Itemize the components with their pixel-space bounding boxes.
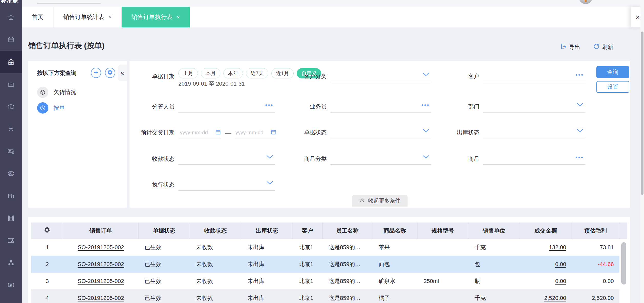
cell-amount: 0.00 xyxy=(520,256,572,272)
cell-employee: 这是859的… xyxy=(323,290,372,303)
table-header-cell[interactable]: 收款状态 xyxy=(190,223,241,239)
ellipsis-lookup-icon[interactable] xyxy=(576,74,583,76)
cell-num: 1 xyxy=(31,239,63,256)
cell-order: SO-20191205-002 xyxy=(63,273,138,289)
table-row[interactable]: 1SO-20191205-002已生效未收款未出库北京1这是859的…苹果千克1… xyxy=(31,239,619,256)
date-range-value[interactable]: 2019-09-01 至 2020-01-31 xyxy=(178,80,245,88)
sidebar-item-contacts[interactable] xyxy=(0,229,22,251)
export-button[interactable]: 导出 xyxy=(560,43,580,51)
table-header-cell[interactable]: 销售单位 xyxy=(468,223,520,239)
chevron-down-icon[interactable] xyxy=(266,181,273,186)
clipboard-icon xyxy=(7,214,15,222)
table-row[interactable]: 4SO-20191205-002已生效未收款未出库北京1这是859的…橘子千克2… xyxy=(31,290,619,303)
chevron-down-icon[interactable] xyxy=(577,103,583,108)
cell-out_status: 未出库 xyxy=(241,290,293,303)
svg-text:$: $ xyxy=(10,61,12,64)
sidebar-item-warehouse[interactable] xyxy=(0,95,22,118)
table-header-cell[interactable]: 单据状态 xyxy=(138,223,190,239)
sidebar-item-documents[interactable] xyxy=(0,207,22,229)
sidebar-item-home[interactable] xyxy=(0,6,22,28)
table-header-cell[interactable]: 员工名称 xyxy=(323,223,372,239)
order-link[interactable]: SO-20191205-002 xyxy=(78,295,124,301)
table-row[interactable]: 2SO-20191205-002已生效未收款未出库北京1这是859的…面包包0.… xyxy=(31,256,619,273)
top-scrollbar[interactable] xyxy=(37,3,101,4)
brand-label: 标准版 xyxy=(1,0,22,3)
add-scheme-button[interactable]: + xyxy=(91,68,101,78)
page-scrollbar[interactable] xyxy=(641,32,643,195)
cell-pay_status: 未收款 xyxy=(190,239,241,256)
cell-num: 2 xyxy=(31,256,63,272)
range-dash: — xyxy=(225,129,231,136)
amount-link[interactable]: 132.00 xyxy=(549,244,566,251)
date-preset-pill[interactable]: 上月 xyxy=(178,68,198,78)
tab-bar: 首页销售订单统计表×销售订单执行表× × xyxy=(22,7,644,27)
table-header-cell[interactable]: 预估毛利 xyxy=(572,223,619,239)
table-header-cell[interactable]: 客户 xyxy=(293,223,323,239)
cube-icon xyxy=(37,87,48,98)
gift-icon xyxy=(7,36,15,44)
table-header-cell[interactable]: 出库状态 xyxy=(241,223,293,239)
filter-select-department[interactable] xyxy=(483,102,585,113)
sidebar-item-gift[interactable] xyxy=(0,28,22,51)
table-header-cell[interactable]: 成交金额 xyxy=(520,223,572,239)
table-scrollbar[interactable] xyxy=(621,242,626,285)
settings-button[interactable]: 设置 xyxy=(596,81,629,93)
cell-customer: 北京1 xyxy=(293,273,323,289)
collapse-more-filters-button[interactable]: 收起更多条件 xyxy=(352,195,408,207)
query-button[interactable]: 查询 xyxy=(596,66,629,78)
tab-home[interactable]: 首页 xyxy=(22,7,53,27)
amount-link[interactable]: 0.00 xyxy=(555,278,566,285)
order-link[interactable]: SO-20191205-002 xyxy=(78,278,124,285)
avatar[interactable] xyxy=(579,0,593,4)
sidebar-item-company[interactable] xyxy=(0,185,22,207)
scheme-item-label: 按单 xyxy=(53,104,65,112)
filter-label: 分管人员 xyxy=(108,103,175,110)
table-row[interactable]: 3SO-20191205-002已生效未收款未出库北京1这是859的…矿泉水25… xyxy=(31,273,619,290)
scheme-panel-title: 按以下方案查询 xyxy=(37,69,77,77)
sidebar-item-funds[interactable]: ¥ xyxy=(0,118,22,140)
scheme-item-by-order[interactable]: 按单 xyxy=(37,102,65,114)
filter-lookup-customer[interactable] xyxy=(483,72,585,82)
tab-active[interactable]: 销售订单执行表× xyxy=(122,7,189,27)
order-link[interactable]: SO-20191205-002 xyxy=(78,244,124,251)
ellipsis-lookup-icon[interactable] xyxy=(576,157,583,158)
refresh-button[interactable]: 刷新 xyxy=(593,43,613,51)
tab-1[interactable]: 销售订单统计表× xyxy=(53,7,122,27)
calendar-icon[interactable] xyxy=(215,129,221,136)
amount-link[interactable]: 0.00 xyxy=(555,261,566,268)
cell-out_status: 未出库 xyxy=(241,256,293,272)
cell-product: 矿泉水 xyxy=(372,273,417,289)
table-header-cell[interactable]: 商品名称 xyxy=(372,223,417,239)
amount-link[interactable]: 2,520.00 xyxy=(544,295,566,301)
chevron-down-icon[interactable] xyxy=(577,129,583,134)
table-header-cell[interactable]: 销售订单 xyxy=(63,223,138,239)
cell-customer: 北京1 xyxy=(293,256,323,272)
order-link[interactable]: SO-20191205-002 xyxy=(78,261,124,268)
scheme-item-backorder[interactable]: 欠货情况 xyxy=(37,87,76,98)
filter-label: 执行状态 xyxy=(108,181,175,189)
sidebar-item-tax[interactable]: 税 xyxy=(0,162,22,185)
cell-profit: -44.66 xyxy=(572,256,619,272)
export-icon xyxy=(560,43,567,51)
filter-lookup-product[interactable] xyxy=(483,155,585,165)
sidebar-item-new[interactable]: 新 xyxy=(0,274,22,296)
filter-select-execution_status[interactable] xyxy=(178,180,275,191)
table-body: 1SO-20191205-002已生效未收款未出库北京1这是859的…苹果千克1… xyxy=(31,239,619,303)
sidebar-item-purchase[interactable] xyxy=(0,73,22,95)
cell-unit: 包 xyxy=(468,256,520,272)
delivery-date-start-input[interactable]: yyyy-mm-dd xyxy=(179,128,221,138)
sidebar-item-billing[interactable]: ¥ xyxy=(0,140,22,162)
table-column-settings-button[interactable] xyxy=(31,223,63,239)
cell-out_status: 未出库 xyxy=(241,273,293,289)
cell-spec xyxy=(417,239,468,256)
date-preset-pill[interactable]: 本月 xyxy=(201,68,220,78)
filter-select-outbound_status[interactable] xyxy=(483,128,585,138)
date-preset-pill[interactable]: 本年 xyxy=(223,68,243,78)
close-tab-icon[interactable]: × xyxy=(177,14,180,20)
date-placeholder: yyyy-mm-dd xyxy=(235,130,263,136)
sidebar-item-network[interactable] xyxy=(0,251,22,274)
close-tab-icon[interactable]: × xyxy=(109,14,112,20)
table-header-cell[interactable]: 规格型号 xyxy=(417,223,468,239)
sidebar-item-sales[interactable]: $ xyxy=(0,51,22,73)
tax-coin-icon: 税 xyxy=(7,169,15,178)
